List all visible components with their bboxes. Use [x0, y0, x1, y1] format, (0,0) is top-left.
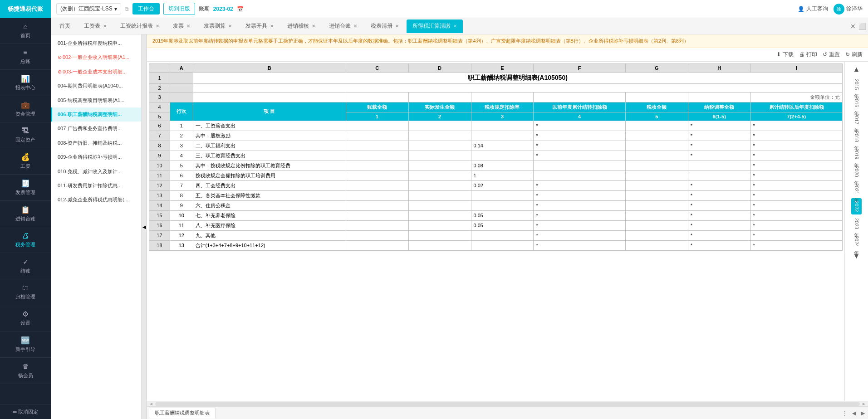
col-H: H	[688, 63, 750, 72]
year-scroll-down[interactable]: ▼	[851, 250, 862, 262]
form-item-001[interactable]: 001-企业所得税年度纳税申...	[51, 36, 141, 50]
form-item-007[interactable]: 007-广告费和业务宣传费明...	[51, 122, 141, 136]
tab-home[interactable]: 首页	[54, 19, 76, 33]
form-item-010[interactable]: 010-免税、减计收入及加计...	[51, 165, 141, 179]
warning-text: 2019年度涉及取以前年度结转数据的申报表单元格需要手工操护正确，才能保证本年及…	[152, 38, 689, 44]
col-A: A	[170, 63, 193, 72]
close-icon[interactable]: ✕	[228, 24, 232, 29]
service-btn[interactable]: 👤 人工客询	[798, 5, 828, 13]
sidebar-item-guide[interactable]: 🆕 新手引导	[0, 331, 51, 358]
sidebar-item-reports[interactable]: 📊 报表中心	[0, 70, 51, 96]
sidebar-item-sales-ledger[interactable]: 📋 进销台账	[0, 201, 51, 227]
sidebar-item-fixed-assets[interactable]: 🏗 固定资产	[0, 122, 51, 148]
header-h: 纳税调整全额	[688, 102, 750, 112]
year-button[interactable]: 2016年	[851, 93, 862, 110]
copy-icon[interactable]: ⧉	[125, 6, 129, 12]
year-button[interactable]: 2023年	[851, 215, 862, 232]
sidebar-item-settings[interactable]: ⚙ 设置	[0, 305, 51, 331]
tab-tax-book[interactable]: 税表清册✕	[365, 19, 405, 33]
tab-payroll-stat[interactable]: 工资统计报表✕	[114, 19, 165, 33]
sidebar-item-member[interactable]: ♛ 畅会员	[0, 358, 51, 384]
tab-payroll[interactable]: 工资表✕	[78, 19, 113, 33]
close-icon[interactable]: ✕	[156, 24, 159, 29]
close-icon[interactable]: ✕	[186, 24, 190, 29]
switch-button[interactable]: 切到旧版	[163, 3, 195, 15]
table-row: 8 3 二、职工福利支出 0.14 * * *	[149, 141, 843, 151]
form-item-004[interactable]: 004-期间费用明细表(A1040...	[51, 79, 141, 93]
scroll-left-icon[interactable]: ◄	[851, 409, 857, 417]
sidebar-item-archive[interactable]: 🗂 归档管理	[0, 279, 51, 305]
close-icon[interactable]: ✕	[395, 24, 399, 29]
form-item-003[interactable]: ⊘003-一般企业成本支出明细...	[51, 65, 141, 79]
form-item-002[interactable]: ⊘002-一般企业收入明细表(A1...	[51, 50, 141, 64]
year-button[interactable]: 2019年	[851, 146, 862, 162]
header-c: 账载全额	[346, 102, 408, 112]
print-button[interactable]: 🖨 打印	[799, 51, 817, 58]
maximize-icon[interactable]: ⬜	[858, 23, 866, 30]
calendar-icon[interactable]: 📅	[237, 6, 244, 12]
close-icon[interactable]: ✕	[353, 24, 357, 29]
scroll-right-icon[interactable]: ►	[860, 409, 866, 417]
user-profile[interactable]: 徐 徐泽华	[834, 4, 863, 15]
sidebar-item-ledger[interactable]: ≡ 总账	[0, 44, 51, 70]
sidebar: 畅捷通易代账 ⌂ 首页 ≡ 总账 📊 报表中心 💼 资金管理 🏗 固定资产 💰 …	[0, 0, 51, 419]
col-rownum	[149, 63, 170, 72]
panel-collapse-btn[interactable]: ◀	[142, 34, 147, 419]
sidebar-item-home[interactable]: ⌂ 首页	[0, 18, 51, 44]
ledger-icon: ≡	[23, 49, 27, 57]
sidebar-item-invoice[interactable]: 🧾 发票管理	[0, 175, 51, 201]
tab-purchase-check[interactable]: 进销稽核✕	[281, 19, 321, 33]
content-area: 001-企业所得税年度纳税申... ⊘002-一般企业收入明细表(A1... ⊘…	[51, 34, 868, 419]
tab-invoice[interactable]: 发票✕	[167, 19, 196, 33]
close-icon[interactable]: ✕	[312, 24, 315, 29]
more-options-icon[interactable]: ⋮	[842, 409, 848, 417]
close-icon[interactable]: ✕	[270, 24, 274, 29]
form-item-006[interactable]: 006-职工薪酬纳税调整明细...	[51, 107, 141, 122]
form-item-008[interactable]: 008-资产折旧、摊销及纳税...	[51, 136, 141, 150]
refresh-icon: ↻	[845, 51, 850, 58]
year-button[interactable]: 2015年	[851, 76, 862, 93]
bottom-tab-active[interactable]: 职工薪酬纳税调整明细表	[149, 408, 216, 419]
form-item-009[interactable]: 009-企业所得税弥补亏损明...	[51, 150, 141, 164]
topbar: (勿删）江西皖宝-LSS ▾ ⧉ 工作台 切到旧版 账期 2023-02 📅 👤…	[51, 0, 868, 18]
home-icon: ⌂	[23, 23, 28, 31]
sidebar-item-assets-mgmt[interactable]: 💼 资金管理	[0, 96, 51, 122]
form-item-012[interactable]: 012-减免企业所得税优惠明细(...	[51, 193, 141, 207]
sidebar-item-checkout[interactable]: ✓ 结账	[0, 253, 51, 279]
refresh-button[interactable]: ↻ 刷新	[845, 51, 863, 58]
form-item-005[interactable]: 005-纳税调整项目明细表(A1...	[51, 93, 141, 107]
period-label: 账期 2023-02 📅	[199, 5, 244, 13]
member-icon: ♛	[22, 362, 29, 371]
tabbar: 首页 工资表✕ 工资统计报表✕ 发票✕ 发票测算✕ 发票开具✕ 进销稽核✕ 进销…	[51, 18, 868, 34]
company-selector[interactable]: (勿删）江西皖宝-LSS ▾	[56, 3, 121, 15]
tab-income-tax[interactable]: 所得税汇算清缴✕	[407, 19, 463, 33]
table-row: 11 6 按税收规定全额扣除的职工培训费用 1 *	[149, 171, 843, 180]
year-button[interactable]: 2021年	[851, 180, 862, 197]
year-button[interactable]: 2024年	[851, 233, 862, 249]
tab-invoice-calc[interactable]: 发票测算✕	[198, 19, 238, 33]
bottom-tabbar: 职工薪酬纳税调整明细表 ⋮ ◄ ►	[147, 406, 868, 419]
download-button[interactable]: ⬇ 下载	[776, 51, 794, 58]
sidebar-item-label: 归档管理	[15, 293, 35, 300]
year-scroll-up[interactable]: ▲	[851, 63, 862, 75]
tab-invoice-issue[interactable]: 发票开具✕	[240, 19, 280, 33]
year-button[interactable]: 2017年	[851, 111, 862, 127]
year-button[interactable]: 2020年	[851, 163, 862, 180]
sidebar-cancel-fixed[interactable]: ⬅ 取消固定	[0, 404, 51, 419]
year-button[interactable]: 2022年	[851, 198, 862, 214]
sidebar-item-payroll[interactable]: 💰 工资	[0, 148, 51, 175]
workbench-button[interactable]: 工作台	[132, 3, 160, 15]
form-item-011[interactable]: 011-研发费用加计扣除优惠...	[51, 179, 141, 193]
year-button[interactable]: 2018年	[851, 128, 862, 145]
close-icon[interactable]: ✕	[103, 24, 107, 29]
header-e: 税收规定扣除率	[471, 102, 534, 112]
close-icon[interactable]: ✕	[453, 24, 457, 29]
reports-icon: 📊	[21, 74, 30, 83]
sidebar-item-tax[interactable]: 🖨 税务管理	[0, 227, 51, 253]
reset-button[interactable]: ↺ 重置	[823, 51, 840, 58]
subheader-d: 2	[408, 112, 471, 121]
horizontal-scrollbar[interactable]: ◄ ►	[147, 401, 868, 406]
service-icon: 👤	[798, 6, 804, 12]
close-all-icon[interactable]: ✕	[850, 23, 856, 30]
tab-sales-ledger[interactable]: 进销台账✕	[323, 19, 363, 33]
